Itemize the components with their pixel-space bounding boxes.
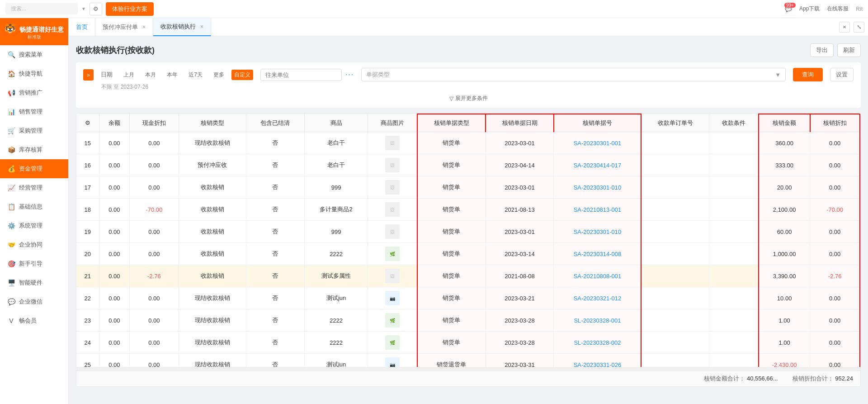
table-wrapper[interactable]: ⚙ 余额 现金折扣 核销类型 包含已结清 商品 商品图片 核销单据类型 核销单据…: [76, 114, 860, 367]
voucher-bill-no-link[interactable]: SA-20230331-026: [574, 361, 622, 367]
online-service-link[interactable]: 在线客服: [827, 5, 849, 13]
sidebar-item-operation[interactable]: 📈 经营管理: [0, 178, 68, 197]
cell-collect-condition: [709, 176, 759, 199]
cell-goods-img: 🖼: [368, 176, 417, 199]
sidebar-item-inventory[interactable]: 📦 库存核算: [0, 140, 68, 159]
cell-voucher-bill-no[interactable]: SA-20210813-001: [554, 199, 641, 221]
export-button[interactable]: 导出: [810, 43, 834, 57]
industry-solution-button[interactable]: 体验行业方案: [106, 2, 154, 16]
col-settings[interactable]: ⚙: [76, 114, 99, 132]
setting-button[interactable]: 设置: [830, 68, 854, 81]
megaphone-icon: 📢: [7, 89, 15, 97]
cell-voucher-bill-no[interactable]: SA-20230301-010: [554, 221, 641, 243]
cell-collect-order-no: [641, 243, 709, 265]
horizontal-scrollbar[interactable]: [76, 367, 860, 371]
voucher-bill-no-link[interactable]: SL-20230328-002: [574, 339, 621, 346]
expand-conditions-btn[interactable]: ▽ 展开更多条件: [449, 95, 488, 102]
voucher-bill-no-link[interactable]: SA-20230321-012: [574, 295, 622, 302]
search-area[interactable]: 搜索...: [5, 3, 78, 14]
cell-voucher-bill-type: 销货单: [417, 132, 486, 154]
sidebar-item-corp[interactable]: 🤝 企业协同: [0, 235, 68, 254]
tab-prepay-close[interactable]: ×: [142, 24, 146, 30]
sidebar-item-sales[interactable]: 📊 销售管理: [0, 102, 68, 121]
tab-collection[interactable]: 收款核销执行 ×: [153, 18, 211, 36]
sidebar-label-quick: 快捷导航: [19, 70, 42, 78]
query-button[interactable]: 查询: [793, 68, 823, 81]
voucher-bill-no-link[interactable]: SA-20230414-017: [574, 162, 622, 169]
cell-collect-order-no: [641, 287, 709, 309]
voucher-bill-no-link[interactable]: SL-20230328-001: [574, 317, 621, 324]
cell-verify-discount: 0.00: [810, 354, 860, 367]
cell-balance: 0.00: [99, 221, 130, 243]
sidebar-item-wechat[interactable]: 💬 企业微信: [0, 292, 68, 311]
col-balance: 余额: [99, 114, 130, 132]
date-btn-more[interactable]: 更多: [210, 70, 228, 80]
sidebar-item-guide[interactable]: 🎯 新手引导: [0, 254, 68, 273]
col-voucher-bill-type: 核销单据类型: [417, 114, 486, 132]
unit-input[interactable]: [260, 69, 342, 81]
cell-goods: 2222: [304, 309, 368, 332]
cell-voucher-bill-no[interactable]: SL-20230328-001: [554, 309, 641, 332]
voucher-bill-no-link[interactable]: SA-20230301-010: [574, 184, 622, 191]
cell-voucher-bill-date: 2023-03-01: [486, 221, 554, 243]
voucher-bill-no-link[interactable]: SA-20210813-001: [574, 206, 622, 213]
cell-voucher-bill-no[interactable]: SA-20230301-001: [554, 132, 641, 154]
gear-button[interactable]: ⚙: [90, 3, 102, 15]
date-btn-this-year[interactable]: 本年: [163, 70, 181, 80]
sidebar-item-basic[interactable]: 📋 基础信息: [0, 197, 68, 216]
cell-verify-amount: 1.00: [759, 309, 810, 332]
sidebar-item-search[interactable]: 🔍 搜索菜单: [0, 45, 68, 64]
sidebar-item-vip[interactable]: V 畅会员: [0, 311, 68, 330]
expand-label: 展开更多条件: [455, 95, 488, 102]
sidebar-item-marketing[interactable]: 📢 营销推广: [0, 83, 68, 102]
tab-collection-close[interactable]: ×: [200, 24, 203, 30]
cell-cash-discount: 0.00: [130, 309, 179, 332]
tab-maximize-button[interactable]: ⤡: [854, 22, 864, 33]
chart-icon: 📊: [7, 108, 15, 116]
cell-voucher-bill-no[interactable]: SA-20210808-001: [554, 265, 641, 287]
date-btn-last-month[interactable]: 上月: [120, 70, 138, 80]
sidebar-item-hardware[interactable]: 🖥️ 智能硬件: [0, 273, 68, 292]
voucher-bill-no-link[interactable]: SA-20210808-001: [574, 273, 622, 280]
table-row: 16 0.00 0.00 预付冲应收 否 老白干 🖼 销货单 2023-04-1…: [76, 154, 860, 176]
voucher-bill-no-link[interactable]: SA-20230314-008: [574, 251, 622, 257]
tab-close-button[interactable]: ×: [839, 22, 850, 33]
sidebar-item-purchase[interactable]: 🛒 采购管理: [0, 121, 68, 140]
cell-voucher-bill-no[interactable]: SA-20230301-010: [554, 176, 641, 199]
date-btn-7days[interactable]: 近7天: [185, 70, 206, 80]
cell-verify-amount: 10.00: [759, 287, 810, 309]
cell-include-settled: 否: [246, 243, 305, 265]
tab-prepay[interactable]: 预付冲应付单 ×: [95, 18, 153, 36]
cell-voucher-bill-no[interactable]: SA-20230321-012: [554, 287, 641, 309]
date-btn-custom[interactable]: 自定义: [231, 70, 253, 80]
table-row: 17 0.00 0.00 收款核销 否 999 🖼 销货单 2023-03-01…: [76, 176, 860, 199]
cell-voucher-bill-no[interactable]: SL-20230328-002: [554, 332, 641, 354]
cell-voucher-bill-no[interactable]: SA-20230314-008: [554, 243, 641, 265]
cell-balance: 0.00: [99, 354, 130, 367]
tab-home[interactable]: 首页: [69, 18, 95, 36]
sidebar-item-quick[interactable]: 🏠 快捷导航: [0, 64, 68, 83]
sidebar-item-system[interactable]: ⚙️ 系统管理: [0, 216, 68, 235]
message-icon[interactable]: 💬 99+: [785, 5, 792, 12]
cell-include-settled: 否: [246, 309, 305, 332]
cell-voucher-bill-no[interactable]: SA-20230331-026: [554, 354, 641, 367]
sidebar-label-inventory: 库存核算: [19, 146, 42, 154]
unit-dots[interactable]: ···: [345, 71, 354, 79]
cell-verify-amount: -2,430.00: [759, 354, 810, 367]
cell-verify-discount: 0.00: [810, 221, 860, 243]
voucher-type-select[interactable]: 单据类型 ▼: [361, 68, 786, 81]
cell-voucher-bill-no[interactable]: SA-20230414-017: [554, 154, 641, 176]
cell-goods: 多计量商品2: [304, 199, 368, 221]
date-btn-this-month[interactable]: 本月: [142, 70, 160, 80]
refresh-button[interactable]: 刷新: [837, 43, 861, 57]
app-download-link[interactable]: App下载: [799, 5, 820, 13]
voucher-bill-no-link[interactable]: SA-20230301-010: [574, 228, 622, 235]
cell-cash-discount: 0.00: [130, 287, 179, 309]
filter-collapse-btn[interactable]: »: [83, 69, 94, 81]
voucher-bill-no-link[interactable]: SA-20230301-001: [574, 140, 622, 147]
cell-cash-discount: 0.00: [130, 154, 179, 176]
cell-voucher-bill-type: 销货单: [417, 265, 486, 287]
cell-collect-order-no: [641, 176, 709, 199]
sidebar-item-finance[interactable]: 💰 资金管理: [0, 159, 68, 178]
target-icon: 🎯: [7, 260, 15, 268]
